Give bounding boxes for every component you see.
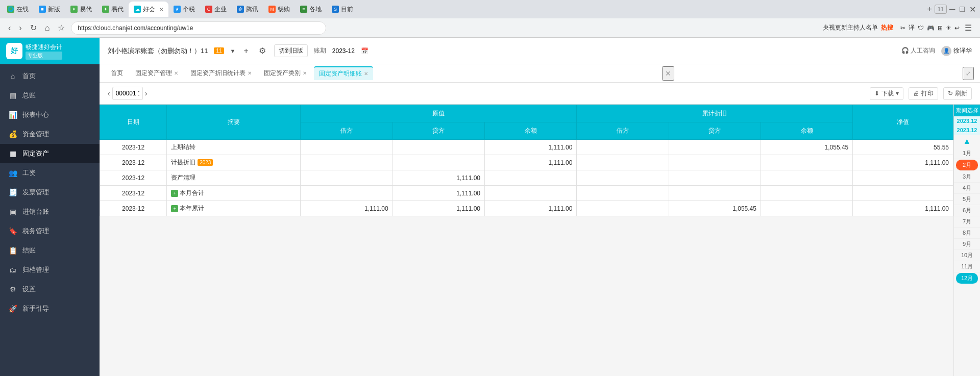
tab-fa-mgmt[interactable]: 固定资产管理 ✕ xyxy=(130,67,183,80)
sidebar-item-payroll[interactable]: 👥 工资 xyxy=(0,163,100,183)
col-orig-balance: 余额 xyxy=(485,122,577,140)
sidebar-item-period-end[interactable]: 📋 结账 xyxy=(0,241,100,260)
sidebar: 好 畅捷通好会计 专业版 ⌂ 首页 ▤ 总账 📊 报表中心 xyxy=(0,38,100,376)
print-icon: 🖨 xyxy=(913,90,919,97)
tab-home[interactable]: 首页 xyxy=(106,67,128,80)
tab-fa-depreciation-label: 固定资产折旧统计表 xyxy=(190,69,246,78)
period-month-item[interactable]: 11月 xyxy=(954,261,980,272)
table-row: 2023-12上期结转1,111.001,055.4555.55 xyxy=(100,140,953,155)
fixed-assets-icon: ▦ xyxy=(8,149,17,158)
tab-label-qiye: 企业 xyxy=(214,5,227,14)
sidebar-label-funds: 资金管理 xyxy=(22,130,49,139)
download-chevron-icon: ▾ xyxy=(896,90,899,97)
tab-fa-depreciation-close[interactable]: ✕ xyxy=(248,70,252,76)
browser-tab-yidai2[interactable]: ✦ 易代 xyxy=(97,2,129,17)
sidebar-item-invoices[interactable]: 🧾 发票管理 xyxy=(0,183,100,202)
more-tabs-button[interactable]: 11 xyxy=(935,5,947,14)
address-input[interactable] xyxy=(71,21,326,35)
col-accumulated-depr-group: 累计折旧 xyxy=(577,105,853,122)
sidebar-item-funds[interactable]: 💰 资金管理 xyxy=(0,124,100,144)
tab-fa-category[interactable]: 固定资产类别 ✕ xyxy=(259,67,312,80)
browser-tab-xin[interactable]: ■ 新版 xyxy=(34,2,65,17)
period-scroll-up[interactable]: ▲ xyxy=(954,135,980,148)
period-month-item[interactable]: 5月 xyxy=(954,194,980,205)
browser-tab-list: 🌐 在线 ■ 新版 ✦ 易代 ✦ 易代 ☁ 好会 ✕ xyxy=(2,2,924,17)
tab-label-xin: 新版 xyxy=(48,5,60,14)
browser-tab-gedi[interactable]: ≡ 各地 xyxy=(295,2,327,17)
new-tab-button[interactable]: + xyxy=(925,4,934,15)
tab-favicon-geshui: ★ xyxy=(174,6,181,13)
page-input[interactable] xyxy=(112,87,143,100)
browser-tab-chang[interactable]: M 畅购 xyxy=(263,2,295,17)
period-month-item[interactable]: 10月 xyxy=(954,250,980,261)
tab-fa-detail-close[interactable]: ✕ xyxy=(364,71,368,77)
tab-fa-category-label: 固定资产类别 xyxy=(264,69,301,78)
table-row: 2023-12资产清理1,111.00 xyxy=(100,170,953,186)
sidebar-label-payroll: 工资 xyxy=(22,168,36,178)
maximize-button[interactable]: □ xyxy=(958,4,967,15)
period-month-item[interactable]: 8月 xyxy=(954,228,980,239)
sidebar-item-home[interactable]: ⌂ 首页 xyxy=(0,66,100,86)
period-month-item[interactable]: 6月 xyxy=(954,205,980,216)
period-month-item[interactable]: 4月 xyxy=(954,183,980,194)
browser-tab-geshui[interactable]: ★ 个税 xyxy=(168,2,200,17)
close-panel-button[interactable]: ✕ xyxy=(662,66,674,81)
settings-small-button[interactable]: ⚙ xyxy=(257,45,268,57)
browser-tab-sun[interactable]: S 目前 xyxy=(327,2,358,17)
expand-panel-button[interactable]: ⤢ xyxy=(963,67,974,80)
calendar-icon[interactable]: 📅 xyxy=(361,47,369,55)
pagination: ‹ › xyxy=(108,87,147,100)
sidebar-item-reports[interactable]: 📊 报表中心 xyxy=(0,105,100,124)
period-year-selected[interactable]: 2023.12 xyxy=(954,116,980,126)
back-button[interactable]: ‹ xyxy=(6,22,13,34)
browser-tab-qiye[interactable]: C 企业 xyxy=(200,2,232,17)
period-year-highlight[interactable]: 2023.12 xyxy=(954,126,980,135)
sidebar-item-general-ledger[interactable]: ▤ 总账 xyxy=(0,86,100,105)
col-net-value: 净值 xyxy=(853,105,953,140)
browser-tab-zaixian[interactable]: 🌐 在线 xyxy=(2,2,34,17)
period-month-item[interactable]: 3月 xyxy=(954,171,980,183)
period-month-item[interactable]: 7月 xyxy=(954,216,980,228)
tab-fa-detail[interactable]: 固定资产明细账 ✕ xyxy=(314,66,373,80)
home-button[interactable]: ⌂ xyxy=(43,22,52,34)
minimize-button[interactable]: ─ xyxy=(947,4,957,15)
tab-fa-mgmt-close[interactable]: ✕ xyxy=(174,70,178,76)
tab-fa-depreciation[interactable]: 固定资产折旧统计表 ✕ xyxy=(185,67,257,80)
add-account-button[interactable]: + xyxy=(241,45,250,57)
sidebar-item-guide[interactable]: 🚀 新手引导 xyxy=(0,299,100,318)
prev-page-button[interactable]: ‹ xyxy=(108,89,110,97)
period-month-item[interactable]: 9月 xyxy=(954,239,980,250)
browser-tab-haohao[interactable]: ☁ 好会 ✕ xyxy=(129,2,168,17)
sidebar-item-tax[interactable]: 🔖 税务管理 xyxy=(0,221,100,241)
sidebar-item-settings[interactable]: ⚙ 设置 xyxy=(0,280,100,299)
period-month-item[interactable]: 12月 xyxy=(956,273,978,284)
sidebar-label-invoices: 发票管理 xyxy=(22,188,49,197)
tab-fa-category-close[interactable]: ✕ xyxy=(303,70,307,76)
browser-chrome: 🌐 在线 ■ 新版 ✦ 易代 ✦ 易代 ☁ 好会 ✕ xyxy=(0,0,980,38)
reload-button[interactable]: ↻ xyxy=(28,22,39,34)
next-page-button[interactable]: › xyxy=(145,89,148,97)
menu-button[interactable]: ☰ xyxy=(963,22,974,34)
table-cell-summary: 计提折旧2023 xyxy=(167,155,301,170)
account-dropdown-button[interactable]: ▼ xyxy=(230,48,236,54)
service-button[interactable]: 🎧 人工咨询 xyxy=(901,46,935,55)
table-cell-summary: 资产清理 xyxy=(167,170,301,186)
browser-tab-yidai1[interactable]: ✦ 易代 xyxy=(65,2,97,17)
tab-close-haohao[interactable]: ✕ xyxy=(159,7,163,12)
close-window-button[interactable]: ✕ xyxy=(967,4,978,15)
payroll-icon: 👥 xyxy=(8,169,17,177)
period-month-item[interactable]: 2月 xyxy=(956,160,978,171)
browser-tab-tengxun[interactable]: 企 腾讯 xyxy=(232,2,263,17)
sidebar-item-purchase-sale[interactable]: ▣ 进销台账 xyxy=(0,202,100,221)
refresh-button[interactable]: ↻ 刷新 xyxy=(943,87,972,100)
switch-version-button[interactable]: 切到旧版 xyxy=(274,44,308,57)
forward-button[interactable]: › xyxy=(17,22,23,34)
app-container: 好 畅捷通好会计 专业版 ⌂ 首页 ▤ 总账 📊 报表中心 xyxy=(0,38,980,376)
sidebar-item-archives[interactable]: 🗂 归档管理 xyxy=(0,260,100,280)
sidebar-item-fixed-assets[interactable]: ▦ 固定资产 xyxy=(0,144,100,163)
period-month-item[interactable]: 1月 xyxy=(954,148,980,159)
download-button[interactable]: ⬇ 下载 ▾ xyxy=(870,87,903,100)
print-button[interactable]: 🖨 打印 xyxy=(909,87,938,100)
address-bar: ‹ › ↻ ⌂ ☆ 央视更新主持人名单 热搜 ✂ 译 🛡 🎮 ⊞ ☀ ↩ ☰ xyxy=(0,18,980,38)
bookmark-button[interactable]: ☆ xyxy=(56,22,67,34)
